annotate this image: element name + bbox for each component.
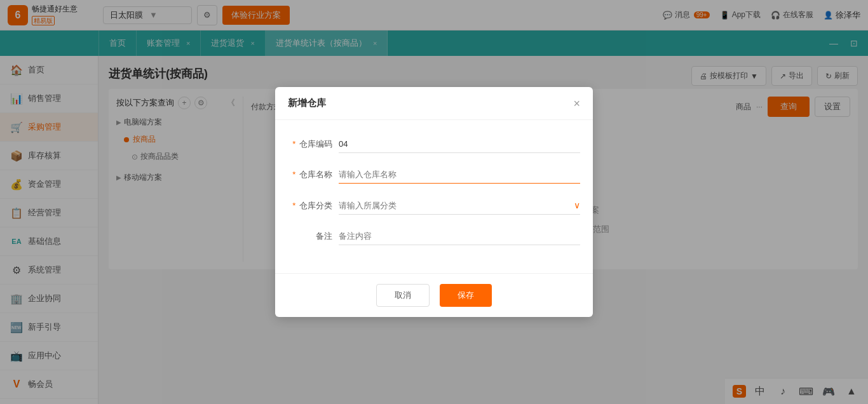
warehouse-category-wrapper: ∨ [339, 196, 580, 215]
warehouse-name-row: * 仓库名称 [288, 166, 580, 184]
warehouse-category-input[interactable] [339, 201, 574, 210]
save-button[interactable]: 保存 [440, 284, 492, 307]
warehouse-code-input[interactable] [339, 135, 580, 153]
warehouse-note-label: 备注 [288, 231, 339, 242]
modal-close-icon[interactable]: × [573, 98, 580, 109]
warehouse-name-input[interactable] [339, 166, 580, 184]
cancel-button[interactable]: 取消 [376, 284, 430, 307]
modal-body: * 仓库编码 * 仓库名称 * 仓库分类 [275, 120, 593, 273]
add-warehouse-modal: 新增仓库 × * 仓库编码 * 仓库名称 [275, 87, 593, 317]
modal-overlay[interactable]: 新增仓库 × * 仓库编码 * 仓库名称 [0, 0, 868, 404]
warehouse-category-label: * 仓库分类 [288, 200, 339, 212]
modal-title: 新增仓库 [288, 97, 326, 109]
warehouse-note-row: 备注 [288, 227, 580, 245]
warehouse-category-row: * 仓库分类 ∨ [288, 196, 580, 215]
warehouse-code-row: * 仓库编码 [288, 135, 580, 153]
modal-footer: 取消 保存 [275, 273, 593, 317]
warehouse-code-label: * 仓库编码 [288, 138, 339, 150]
category-dropdown-icon[interactable]: ∨ [574, 200, 580, 210]
warehouse-name-label: * 仓库名称 [288, 169, 339, 180]
modal-header: 新增仓库 × [275, 87, 593, 120]
warehouse-note-input[interactable] [339, 227, 580, 245]
